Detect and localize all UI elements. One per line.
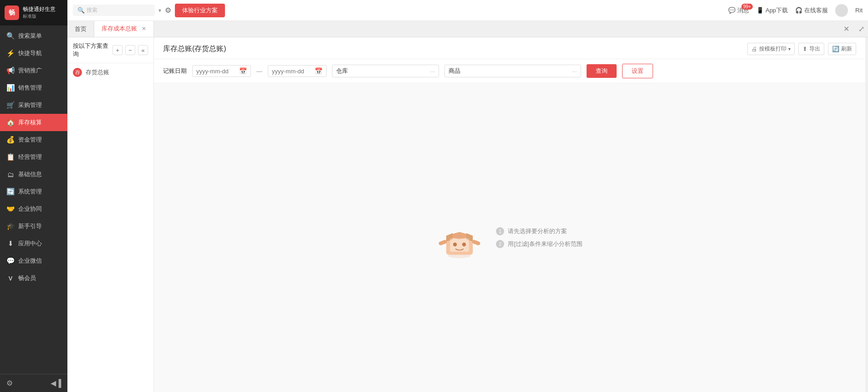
gear-icon[interactable]: ⚙ — [165, 6, 171, 15]
sidebar-item-app-center[interactable]: ⬇ 应用中心 — [0, 235, 67, 252]
calendar-to-icon[interactable]: 📅 — [315, 67, 322, 75]
product-more-icon[interactable]: ··· — [572, 68, 577, 75]
inventory-ledger-icon: 存 — [73, 68, 82, 77]
printer-icon: 🖨 — [751, 46, 757, 52]
message-badge: 99+ — [741, 4, 753, 10]
search-icon: 🔍 — [77, 7, 85, 14]
flash-icon: ⚡ — [6, 49, 15, 57]
print-button[interactable]: 🖨 按模板打印 ▾ — [747, 43, 795, 55]
export-button[interactable]: ⬆ 导出 — [798, 43, 824, 55]
sidebar-item-member[interactable]: V 畅会员 — [0, 270, 67, 287]
tab-inventory-ledger[interactable]: 库存成本总账 ✕ — [94, 21, 154, 37]
svg-point-6 — [453, 243, 457, 246]
collapse-icon[interactable]: ◀▐ — [51, 379, 61, 387]
search-placeholder: 搜索 — [87, 6, 97, 14]
download-icon: ⬇ — [6, 239, 15, 248]
sidebar-item-label: 畅会员 — [18, 274, 36, 282]
logo-text-block: 畅捷通好生意 标准版 — [23, 6, 56, 20]
sidebar-item-finance[interactable]: 💰 资金管理 — [0, 131, 67, 148]
app-logo: 畅 畅捷通好生意 标准版 — [0, 0, 67, 25]
content-area: 按以下方案查询 + − « 存 存货总账 库存总账(存货总账) 🖨 — [67, 37, 868, 392]
app-download-button[interactable]: 📱 App下载 — [756, 6, 788, 15]
search-bar: 记账日期 📅 — 📅 仓库 ··· 商品 ·· — [154, 59, 865, 83]
panel-close-icon[interactable]: ✕ — [838, 25, 855, 33]
sidebar-item-label: 销售管理 — [18, 84, 42, 92]
dropdown-chevron-icon[interactable]: ▾ — [158, 7, 161, 14]
topbar: 🔍 搜索 ▾ ⚙ 体验行业方案 💬 消息 99+ 📱 App下载 🎧 在线客服 … — [67, 0, 868, 21]
graduation-icon: 🎓 — [6, 222, 15, 230]
print-label: 按模板打印 — [759, 45, 786, 53]
product-field[interactable]: 商品 ··· — [444, 65, 581, 77]
warehouse-field[interactable]: 仓库 ··· — [332, 65, 439, 77]
warehouse-label: 仓库 — [336, 67, 348, 75]
svg-point-7 — [462, 243, 466, 246]
clipboard-icon: 📋 — [6, 153, 15, 161]
settings-icon[interactable]: ⚙ — [6, 379, 13, 387]
sidebar-item-label: 应用中心 — [18, 239, 42, 248]
calendar-from-icon[interactable]: 📅 — [239, 67, 247, 75]
date-to-field[interactable]: 📅 — [268, 65, 327, 77]
sidebar-item-enterprise-wx[interactable]: 💬 企业微信 — [0, 252, 67, 270]
filter-remove-button[interactable]: − — [125, 45, 135, 55]
headset-icon: 🎧 — [795, 7, 802, 14]
tip-num-2: 2 — [496, 240, 504, 248]
sidebar-item-search[interactable]: 🔍 搜索菜单 — [0, 27, 67, 45]
main-area: 🔍 搜索 ▾ ⚙ 体验行业方案 💬 消息 99+ 📱 App下载 🎧 在线客服 … — [67, 0, 868, 392]
app-badge: 标准版 — [23, 13, 56, 20]
logo-icon: 畅 — [5, 5, 19, 20]
print-dropdown-icon: ▾ — [788, 46, 791, 51]
filter-add-button[interactable]: + — [112, 45, 123, 55]
empty-tips: 1 请先选择要分析的方案 2 用[过滤]条件来缩小分析范围 — [496, 227, 582, 248]
sidebar-item-label: 基础信息 — [18, 170, 42, 178]
empty-tip-1: 1 请先选择要分析的方案 — [496, 227, 582, 235]
filter-item-inventory-ledger[interactable]: 存 存货总账 — [67, 63, 153, 81]
svg-rect-9 — [472, 239, 481, 246]
chat-icon: 💬 — [6, 257, 15, 265]
app-download-label: App下载 — [766, 6, 788, 15]
search-button[interactable]: 查询 — [587, 64, 617, 78]
sidebar-item-purchase[interactable]: 🛒 采购管理 — [0, 97, 67, 114]
sidebar-item-basic-info[interactable]: 🗂 基础信息 — [0, 166, 67, 183]
date-separator: — — [256, 68, 262, 75]
main-content: 库存总账(存货总账) 🖨 按模板打印 ▾ ⬆ 导出 🔄 刷新 — [154, 37, 865, 392]
sidebar-footer: ⚙ ◀▐ — [0, 374, 67, 392]
message-button[interactable]: 💬 消息 99+ — [728, 6, 749, 15]
filter-collapse-button[interactable]: « — [138, 45, 148, 55]
sidebar-item-label: 经营管理 — [18, 153, 42, 161]
filter-header: 按以下方案查询 + − « — [67, 37, 153, 63]
sidebar-item-operations[interactable]: 📋 经营管理 — [0, 148, 67, 166]
user-avatar[interactable] — [835, 4, 848, 17]
tab-close-icon[interactable]: ✕ — [142, 25, 146, 32]
tab-home[interactable]: 首页 — [67, 21, 94, 37]
sidebar-item-guide[interactable]: 🎓 新手引导 — [0, 218, 67, 235]
tip-text-1: 请先选择要分析的方案 — [508, 227, 567, 235]
date-from-field[interactable]: 📅 — [192, 65, 251, 77]
product-input[interactable] — [464, 68, 570, 75]
promo-button[interactable]: 体验行业方案 — [175, 4, 225, 17]
sidebar-item-label: 新手引导 — [18, 222, 42, 230]
sidebar-item-system[interactable]: 🔄 系统管理 — [0, 183, 67, 200]
topbar-search[interactable]: 🔍 搜索 — [73, 5, 155, 16]
app-name: 畅捷通好生意 — [23, 6, 56, 13]
cart-icon: 🛒 — [6, 101, 15, 109]
tip-text-2: 用[过滤]条件来缩小分析范围 — [508, 240, 582, 248]
warehouse-more-icon[interactable]: ··· — [430, 68, 435, 75]
refresh-button[interactable]: 🔄 刷新 — [828, 43, 856, 55]
date-to-input[interactable] — [272, 68, 313, 75]
sidebar-item-sales[interactable]: 📊 销售管理 — [0, 79, 67, 97]
date-from-input[interactable] — [196, 68, 237, 75]
sidebar-item-quick-nav[interactable]: ⚡ 快捷导航 — [0, 45, 67, 62]
refresh-icon: 🔄 — [832, 46, 839, 52]
warehouse-input[interactable] — [352, 68, 428, 75]
sidebar-item-inventory[interactable]: 🏠 库存核算 — [0, 114, 67, 131]
online-service-button[interactable]: 🎧 在线客服 — [795, 6, 828, 15]
tab-home-label: 首页 — [75, 25, 87, 33]
setting-button[interactable]: 设置 — [622, 64, 653, 78]
sidebar-item-marketing[interactable]: 📢 营销推广 — [0, 62, 67, 79]
sidebar-item-label: 资金管理 — [18, 136, 42, 144]
filter-title: 按以下方案查询 — [73, 42, 112, 58]
sidebar-item-label: 系统管理 — [18, 188, 42, 196]
sidebar-item-cooperation[interactable]: 🤝 企业协同 — [0, 200, 67, 218]
panel-expand-icon[interactable]: ⤢ — [855, 25, 868, 33]
export-icon: ⬆ — [802, 46, 807, 52]
